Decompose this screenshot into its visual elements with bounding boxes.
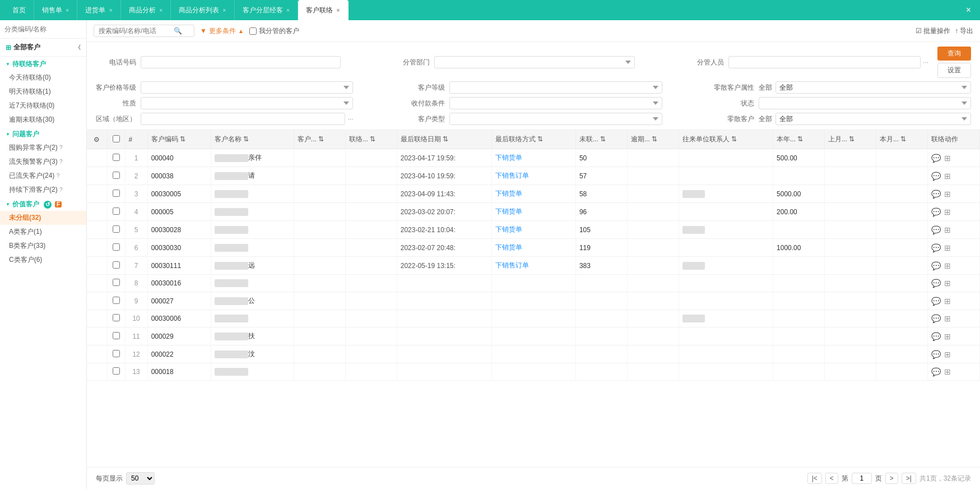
contact-method-link[interactable]: 下销货单 — [495, 207, 522, 215]
row-checkbox[interactable] — [113, 350, 120, 357]
col-last-date[interactable]: 最后联络日期 ⇅ — [397, 130, 491, 149]
sidebar-collapse-icon[interactable]: 《 — [75, 44, 81, 52]
row-checkbox[interactable] — [113, 314, 120, 321]
col-settings[interactable]: ⚙ — [87, 130, 107, 149]
chat-icon[interactable]: 💬 — [931, 225, 941, 234]
region-more-icon[interactable]: ··· — [347, 115, 353, 123]
more-conditions-btn[interactable]: ▼ 更多条件 ▲ — [200, 26, 244, 36]
tab-product-analysis-list-close[interactable]: × — [222, 7, 226, 13]
col-this-year[interactable]: 本年... ⇅ — [773, 130, 825, 149]
retail-customer-select[interactable]: 全部 — [775, 113, 971, 125]
tab-customer-segment[interactable]: 客户分层经客 × — [235, 0, 298, 20]
nature-select[interactable] — [141, 97, 353, 109]
batch-operations-btn[interactable]: ☑ 批量操作 — [916, 26, 950, 36]
row-checkbox[interactable] — [113, 172, 120, 179]
tab-purchase-close[interactable]: × — [109, 7, 112, 13]
customer-type-select[interactable] — [449, 113, 662, 125]
sidebar-item-overdue[interactable]: 逾期未联络(30) — [0, 113, 86, 127]
chat-icon[interactable]: 💬 — [931, 154, 941, 163]
row-checkbox[interactable] — [113, 225, 120, 233]
tab-product-analysis[interactable]: 商品分析 × — [121, 0, 171, 20]
status-select[interactable] — [759, 97, 971, 109]
tab-product-analysis-close[interactable]: × — [159, 7, 162, 13]
tab-customer-contact-close[interactable]: × — [336, 7, 340, 13]
contact-method-link[interactable]: 下销售订单 — [495, 261, 529, 269]
sidebar-all-customers[interactable]: ⊞ 全部客户 《 — [0, 39, 86, 57]
sidebar-item-class-b[interactable]: B类客户(33) — [0, 239, 86, 253]
manager-more-icon[interactable]: ··· — [923, 58, 928, 66]
chat-icon[interactable]: 💬 — [931, 190, 941, 199]
sidebar-item-declining[interactable]: 持续下滑客户(2) ? — [0, 183, 86, 197]
row-checkbox[interactable] — [113, 332, 120, 339]
chat-icon[interactable]: 💬 — [931, 207, 941, 216]
col-this-month[interactable]: 本月... ⇅ — [876, 130, 927, 149]
col-name[interactable]: 客户名称 ⇅ — [211, 130, 294, 149]
chat-icon[interactable]: 💬 — [931, 350, 941, 359]
customer-level-select[interactable] — [449, 81, 662, 94]
query-btn[interactable]: 查询 — [937, 47, 971, 61]
chat-icon[interactable]: 💬 — [931, 367, 941, 376]
tab-sales-close[interactable]: × — [66, 7, 69, 13]
grid-action-icon[interactable]: ⊞ — [944, 207, 951, 216]
sidebar-item-today[interactable]: 今天待联络(0) — [0, 71, 86, 85]
last-page-btn[interactable]: >| — [902, 473, 916, 484]
tab-purchase[interactable]: 进货单 × — [77, 0, 120, 20]
row-checkbox[interactable] — [113, 279, 120, 286]
grid-action-icon[interactable]: ⊞ — [944, 332, 951, 341]
reset-btn[interactable]: 设置 — [937, 63, 971, 78]
phone-input[interactable] — [141, 56, 341, 68]
grid-action-icon[interactable]: ⊞ — [944, 297, 951, 306]
contact-method-link[interactable]: 下销货单 — [495, 154, 522, 162]
contact-method-link[interactable]: 下销货单 — [495, 225, 522, 233]
sidebar-item-ungrouplied[interactable]: 未分组(32) — [0, 211, 86, 225]
sidebar-item-7days[interactable]: 近7天待联络(0) — [0, 99, 86, 113]
chat-icon[interactable]: 💬 — [931, 332, 941, 341]
sidebar-item-class-c[interactable]: C类客户(6) — [0, 253, 86, 267]
grid-action-icon[interactable]: ⊞ — [944, 261, 951, 270]
grid-action-icon[interactable]: ⊞ — [944, 172, 951, 181]
row-checkbox[interactable] — [113, 261, 120, 269]
chat-icon[interactable]: 💬 — [931, 243, 941, 252]
my-customers-checkbox[interactable] — [249, 27, 257, 35]
sidebar-group-pending[interactable]: ▼ 待联络客户 — [0, 57, 86, 71]
sidebar-item-hoarding[interactable]: 囤购异常客户(2) ? — [0, 141, 86, 155]
col-category[interactable]: 客户... ⇅ — [294, 130, 345, 149]
row-checkbox[interactable] — [113, 243, 120, 251]
contact-method-link[interactable]: 下销货单 — [495, 243, 522, 251]
contact-method-link[interactable]: 下销货单 — [495, 190, 522, 197]
manager-input[interactable] — [728, 56, 921, 68]
row-checkbox[interactable] — [113, 154, 120, 161]
chat-icon[interactable]: 💬 — [931, 314, 941, 323]
page-number-input[interactable] — [852, 473, 872, 484]
tab-home[interactable]: 首页 — [4, 0, 34, 20]
retail-attr-select[interactable]: 全部 — [775, 81, 971, 94]
page-size-dropdown[interactable]: 50 100 — [126, 472, 155, 485]
first-page-btn[interactable]: |< — [807, 473, 822, 484]
sidebar-item-churned[interactable]: 已流失客户(24) ? — [0, 169, 86, 183]
col-last-month[interactable]: 上月... ⇅ — [825, 130, 876, 149]
sidebar-item-tomorrow[interactable]: 明天待联络(1) — [0, 85, 86, 99]
tab-customer-contact[interactable]: 客户联络 × — [298, 0, 348, 20]
grid-action-icon[interactable]: ⊞ — [944, 225, 951, 234]
chat-icon[interactable]: 💬 — [931, 172, 941, 181]
row-checkbox[interactable] — [113, 207, 120, 215]
grid-action-icon[interactable]: ⊞ — [944, 279, 951, 288]
prev-page-btn[interactable]: < — [825, 473, 838, 484]
search-icon[interactable]: 🔍 — [174, 27, 182, 35]
select-all-checkbox[interactable] — [113, 135, 120, 142]
col-last-method[interactable]: 最后联络方式 ⇅ — [492, 130, 576, 149]
tab-customer-segment-close[interactable]: × — [286, 7, 290, 13]
row-checkbox[interactable] — [113, 367, 120, 375]
region-input[interactable] — [141, 113, 345, 125]
contact-method-link[interactable]: 下销售订单 — [495, 172, 529, 179]
sidebar-item-churn-risk[interactable]: 流失预警客户(3) ? — [0, 155, 86, 169]
grid-action-icon[interactable]: ⊞ — [944, 154, 951, 163]
grid-action-icon[interactable]: ⊞ — [944, 314, 951, 323]
row-checkbox[interactable] — [113, 190, 120, 197]
close-all-tabs[interactable]: × — [962, 5, 976, 15]
col-contact[interactable]: 联络... ⇅ — [345, 130, 397, 149]
col-overdue[interactable]: 逾期... ⇅ — [627, 130, 679, 149]
export-btn[interactable]: ↑ 导出 — [955, 26, 973, 36]
col-contact-person[interactable]: 往来单位联系人 ⇅ — [679, 130, 773, 149]
sidebar-search-input[interactable] — [4, 25, 87, 33]
